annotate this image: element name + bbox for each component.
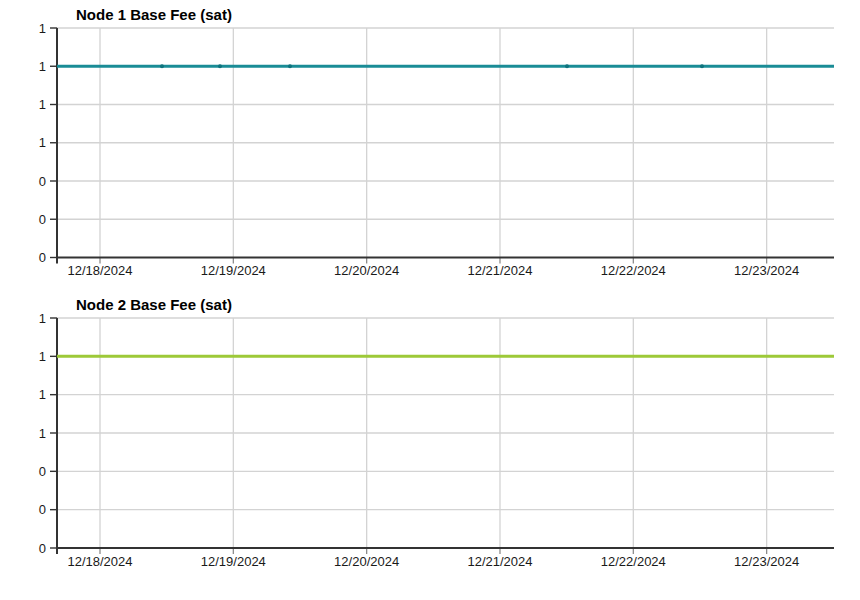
y-tick-label: 0: [39, 464, 46, 479]
y-tick-label: 1: [39, 349, 46, 364]
x-tick-label: 12/23/2024: [734, 554, 799, 569]
y-tick-label: 0: [39, 250, 46, 265]
x-tick-label: 12/22/2024: [601, 263, 666, 278]
base-fee-dashboard: Node 1 Base Fee (sat) Node 2 Base Fee (s…: [0, 0, 860, 600]
y-tick-label: 1: [39, 311, 46, 326]
y-tick-label: 0: [39, 502, 46, 517]
x-tick-label: 12/18/2024: [67, 554, 132, 569]
series-point-marker: [160, 64, 164, 68]
x-tick-label: 12/22/2024: [601, 554, 666, 569]
x-tick-label: 12/19/2024: [201, 263, 266, 278]
y-tick-label: 0: [39, 541, 46, 556]
y-tick-label: 1: [39, 426, 46, 441]
y-tick-label: 0: [39, 212, 46, 227]
y-tick-label: 1: [39, 21, 46, 36]
y-tick-label: 1: [39, 387, 46, 402]
x-tick-label: 12/19/2024: [201, 554, 266, 569]
y-tick-label: 0: [39, 174, 46, 189]
x-tick-label: 12/20/2024: [334, 554, 399, 569]
series-point-marker: [288, 64, 292, 68]
x-tick-label: 12/21/2024: [467, 263, 532, 278]
y-tick-label: 1: [39, 97, 46, 112]
series-point-marker: [700, 64, 704, 68]
x-tick-label: 12/20/2024: [334, 263, 399, 278]
y-tick-label: 1: [39, 135, 46, 150]
series-point-marker: [218, 64, 222, 68]
charts-svg: 111100012/18/202412/19/202412/20/202412/…: [0, 0, 860, 600]
x-tick-label: 12/23/2024: [734, 263, 799, 278]
x-tick-label: 12/21/2024: [467, 554, 532, 569]
x-tick-label: 12/18/2024: [67, 263, 132, 278]
y-tick-label: 1: [39, 59, 46, 74]
series-point-marker: [565, 64, 569, 68]
